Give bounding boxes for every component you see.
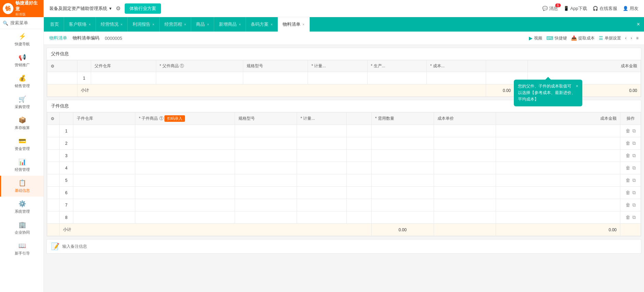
child-row-warehouse[interactable] xyxy=(73,162,135,174)
copy-icon[interactable]: ⧉ xyxy=(632,128,636,134)
sidebar-item-system[interactable]: ⚙️ 系统管理 xyxy=(0,197,44,218)
extract-cost-action[interactable]: 📥 提取成本 xyxy=(571,35,595,41)
copy-icon[interactable]: ⧉ xyxy=(632,214,636,220)
delete-icon[interactable]: 🗑 xyxy=(626,128,630,134)
trial-button[interactable]: 体验行业方案 xyxy=(125,3,161,14)
nav-menu[interactable]: ≡ xyxy=(636,36,639,40)
tab-operations[interactable]: 经营情况 × xyxy=(96,17,128,32)
child-col-settings[interactable]: ⚙ xyxy=(47,113,60,125)
sidebar-item-marketing[interactable]: 📢 营销推广 xyxy=(0,50,44,71)
tab-new-goods[interactable]: 新增商品 × xyxy=(214,17,246,32)
child-row-qty[interactable] xyxy=(372,187,434,199)
child-row-warehouse[interactable] xyxy=(73,174,135,187)
child-row-warehouse[interactable] xyxy=(73,211,135,224)
copy-icon[interactable]: ⧉ xyxy=(632,140,636,146)
child-row-warehouse[interactable] xyxy=(73,199,135,211)
parent-row1-cost[interactable] xyxy=(426,72,486,84)
copy-icon[interactable]: ⧉ xyxy=(632,177,636,183)
parent-row1-goods[interactable] xyxy=(156,72,243,84)
child-row-unit-cost[interactable] xyxy=(434,162,496,174)
tab-barcode-close[interactable]: × xyxy=(271,23,273,26)
child-row-goods[interactable] xyxy=(135,162,235,174)
child-row-unit-cost[interactable] xyxy=(434,211,496,224)
child-row-spec[interactable] xyxy=(235,174,297,187)
shortcut-action[interactable]: ⌨ 快捷键 xyxy=(546,35,567,41)
child-row-unit[interactable] xyxy=(297,187,347,199)
child-row-unit[interactable] xyxy=(297,199,347,211)
tab-goods-close[interactable]: × xyxy=(207,23,209,26)
child-row-goods[interactable] xyxy=(135,125,235,137)
tab-operations-close[interactable]: × xyxy=(121,23,123,26)
child-row-spec[interactable] xyxy=(235,162,297,174)
child-row-qty[interactable] xyxy=(372,174,434,187)
child-row-warehouse[interactable] xyxy=(73,187,135,199)
delete-icon[interactable]: 🗑 xyxy=(626,190,630,196)
delete-icon[interactable]: 🗑 xyxy=(626,153,630,159)
child-row-warehouse[interactable] xyxy=(73,125,135,137)
tab-goods[interactable]: 商品 × xyxy=(191,17,214,32)
child-row-goods[interactable] xyxy=(135,174,235,187)
tab-history-close[interactable]: × xyxy=(184,23,186,26)
child-row-unit-cost[interactable] xyxy=(434,150,496,162)
sidebar-item-finance[interactable]: 💳 资金管理 xyxy=(0,134,44,155)
child-row-qty[interactable] xyxy=(372,199,434,211)
child-row-unit-cost[interactable] xyxy=(434,199,496,211)
delete-icon[interactable]: 🗑 xyxy=(626,177,630,183)
tab-bom-close[interactable]: × xyxy=(302,23,305,26)
child-row-goods[interactable] xyxy=(135,187,235,199)
tab-profit[interactable]: 利润报告 × xyxy=(128,17,160,32)
single-settings-action[interactable]: ☰ 单据设置 xyxy=(599,35,621,41)
parent-row1-production[interactable] xyxy=(367,72,426,84)
tab-history[interactable]: 经营历程 × xyxy=(160,17,191,32)
child-row-goods[interactable] xyxy=(135,211,235,224)
delete-icon[interactable]: 🗑 xyxy=(626,140,630,146)
child-row-spec[interactable] xyxy=(235,125,297,137)
child-row-unit[interactable] xyxy=(297,150,347,162)
child-row-spec[interactable] xyxy=(235,187,297,199)
delete-icon[interactable]: 🗑 xyxy=(626,165,630,171)
sidebar-item-sales[interactable]: 💰 销售管理 xyxy=(0,71,44,92)
child-row-unit-cost[interactable] xyxy=(434,187,496,199)
sidebar-item-basic-info[interactable]: 📋 基础信息 xyxy=(0,176,44,197)
tab-new-goods-close[interactable]: × xyxy=(239,23,241,26)
child-row-spec[interactable] xyxy=(235,199,297,211)
sidebar-search[interactable]: 🔍 搜索菜单 xyxy=(0,17,44,29)
child-row-warehouse[interactable] xyxy=(73,137,135,150)
child-row-spec[interactable] xyxy=(235,137,297,150)
child-row-unit-cost[interactable] xyxy=(434,125,496,137)
sidebar-item-operations[interactable]: 📊 经营管理 xyxy=(0,155,44,176)
tab-barcode[interactable]: 条码方案 × xyxy=(246,17,278,32)
child-row-unit[interactable] xyxy=(297,211,347,224)
child-row-qty[interactable] xyxy=(372,137,434,150)
sidebar-item-enterprise[interactable]: 🏢 企业协同 xyxy=(0,218,44,238)
sidebar-item-quick-nav[interactable]: ⚡ 快捷导航 xyxy=(0,29,44,50)
user-menu[interactable]: 👤 用友 xyxy=(623,5,639,12)
delete-icon[interactable]: 🗑 xyxy=(626,202,630,208)
app-download-button[interactable]: 📱 App下载 xyxy=(564,5,587,12)
copy-icon[interactable]: ⧉ xyxy=(632,153,636,159)
child-row-qty[interactable] xyxy=(372,162,434,174)
tab-customer[interactable]: 客户联络 × xyxy=(64,17,96,32)
child-row-warehouse[interactable] xyxy=(73,150,135,162)
sidebar-item-guide[interactable]: 📖 新手引导 xyxy=(0,238,44,259)
parent-row1-unit[interactable] xyxy=(308,72,367,84)
child-row-unit-cost[interactable] xyxy=(434,174,496,187)
tab-profit-close[interactable]: × xyxy=(152,23,154,26)
child-row-spec[interactable] xyxy=(235,150,297,162)
child-row-goods[interactable] xyxy=(135,199,235,211)
child-row-goods[interactable] xyxy=(135,137,235,150)
sidebar-item-inventory[interactable]: 📦 库存核算 xyxy=(0,113,44,134)
tabbar-close-all[interactable]: × xyxy=(633,21,644,27)
online-service-button[interactable]: 🎧 在线客服 xyxy=(593,5,617,12)
tab-customer-close[interactable]: × xyxy=(89,23,91,26)
tab-home[interactable]: 首页 xyxy=(45,17,64,32)
tooltip-close-button[interactable]: × xyxy=(576,83,578,90)
child-row-unit[interactable] xyxy=(297,137,347,150)
child-row-qty[interactable] xyxy=(372,211,434,224)
child-row-goods[interactable] xyxy=(135,150,235,162)
parent-row1-spec[interactable] xyxy=(243,72,308,84)
copy-icon[interactable]: ⧉ xyxy=(632,165,636,171)
child-row-unit[interactable] xyxy=(297,162,347,174)
child-row-unit[interactable] xyxy=(297,174,347,187)
scan-button[interactable]: 扫码录入 xyxy=(164,115,185,122)
